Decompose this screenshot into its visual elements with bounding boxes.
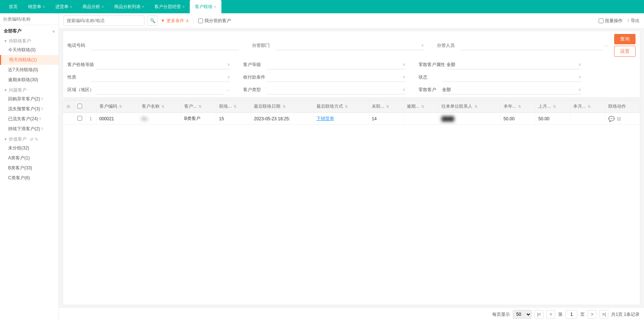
query-button[interactable]: 查询 (614, 34, 636, 44)
nav-close-product[interactable]: × (102, 5, 104, 9)
nav-close-purchase[interactable]: × (70, 5, 72, 9)
contact-method-link[interactable]: 下销货单 (316, 116, 334, 121)
sort-icon-lastmonth[interactable]: ⇅ (553, 104, 556, 108)
sort-icon-contact[interactable]: ⇅ (234, 104, 237, 108)
sidebar-item-class-a[interactable]: A类客户(1) (0, 153, 59, 163)
more-icon-region[interactable]: ··· (226, 87, 230, 93)
row-last-contact-date: 2023-05-23 18:25: (251, 113, 313, 125)
row-this-month (570, 113, 605, 125)
adv-filter-row-3: 性质 ∨ 收付款条件 ∨ (67, 72, 636, 82)
nav-sales-order[interactable]: 销货单 × (23, 0, 50, 13)
nav-customer-layered[interactable]: 客户分层经营 × (149, 0, 190, 13)
nav-close-customer-layered[interactable]: × (182, 5, 185, 9)
refresh-icon-value[interactable]: ↺ (29, 137, 33, 142)
sidebar-item-ungrouped[interactable]: 未分组(32) (0, 143, 59, 153)
filter-retail-customer: 零散客户 全部 ∨ (419, 85, 581, 94)
col-action: 联络动作 (605, 100, 640, 113)
next-page-btn[interactable]: > (588, 310, 596, 319)
chat-action-icon[interactable]: 💬 (608, 116, 615, 122)
sidebar-item-7days-contact[interactable]: 近7天待联络(0) (0, 65, 59, 75)
nav-home[interactable]: 首页 (4, 0, 23, 13)
nav-close-sales[interactable]: × (43, 5, 45, 9)
search-button[interactable]: 🔍 (147, 15, 158, 26)
sort-icon-year[interactable]: ⇅ (518, 104, 521, 108)
sidebar-item-declining[interactable]: 持续下滑客户(2) ? (0, 124, 59, 134)
sort-icon-unit[interactable]: ⇅ (475, 104, 477, 108)
sidebar-item-today-contact[interactable]: 今天待联络(0) (0, 45, 59, 55)
more-icon-manager[interactable]: ··· (604, 43, 608, 48)
status-select[interactable] (442, 75, 578, 80)
customer-level-select[interactable] (267, 62, 403, 67)
nature-select[interactable] (91, 75, 227, 80)
department-select[interactable] (276, 43, 421, 48)
retail-attr-select-wrap: 全部 ∨ (447, 60, 581, 69)
more-conditions-button[interactable]: ▼ 更多条件 ∧ (161, 18, 189, 24)
nav-purchase-order[interactable]: 进货单 × (50, 0, 77, 13)
nav-close-customer-contact[interactable]: × (214, 5, 216, 9)
my-customers-checkbox[interactable]: 我分管的客户 (198, 18, 231, 24)
col-customer-code: 客户编码 ⇅ (96, 100, 139, 113)
customer-type-select[interactable] (267, 87, 403, 92)
row-this-year: 50.00 (500, 113, 535, 125)
edit-icon-value[interactable]: ✎ (35, 137, 38, 142)
col-this-year: 本年... ⇅ (500, 100, 535, 113)
filter-status: 状态 ∨ (419, 72, 581, 82)
sidebar-collapse-icon[interactable]: « (52, 29, 55, 34)
table-row: 1 000021 Ea B类客户 15 (63, 113, 640, 125)
sidebar: 🔍 全部客户 « ▼ 待联络客户 今天待联络(0) 明天待联络(1) 近7天待联… (0, 13, 59, 321)
sort-icon-date[interactable]: ⇅ (283, 104, 286, 108)
filter-department: 分管部门 ∨ (252, 41, 423, 50)
row-contact-count: 15 (216, 113, 251, 125)
export-button[interactable]: ↑ 导出 (627, 18, 640, 24)
price-level-select[interactable] (95, 62, 227, 67)
my-customers-check[interactable] (198, 18, 203, 23)
manager-input[interactable] (461, 41, 603, 50)
batch-operations-button[interactable]: 批量操作 (599, 18, 623, 24)
sort-icon-code[interactable]: ⇅ (119, 104, 122, 108)
col-customer-name: 客户名称 ⇅ (139, 100, 181, 113)
sidebar-item-repurchase-abnormal[interactable]: 回购异常客户(2) ? (0, 94, 59, 104)
nav-product-analysis-list[interactable]: 商品分析列表 × (109, 0, 150, 13)
search-input[interactable] (63, 15, 144, 26)
nav-customer-contact[interactable]: 客户联络 × (190, 0, 221, 13)
grid-action-icon[interactable]: ⊞ (617, 116, 621, 122)
table-header-row: ⚙ 客户编码 ⇅ 客户名称 ⇅ 客户... ⇅ (63, 100, 640, 113)
sort-icon-name[interactable]: ⇅ (161, 104, 164, 108)
retail-attr-select[interactable]: 全部 (447, 62, 578, 67)
sidebar-item-tomorrow-contact[interactable]: 明天待联络(1) (0, 55, 59, 65)
sidebar-item-overdue-contact[interactable]: 逾期未联络(30) (0, 75, 59, 85)
sort-icon-type[interactable]: ⇅ (199, 104, 202, 108)
chevron-down-icon-level: ∨ (403, 62, 405, 66)
nav-product-analysis[interactable]: 商品分析 × (77, 0, 109, 13)
region-input[interactable] (95, 85, 224, 94)
phone-input[interactable] (91, 41, 239, 50)
sort-icon-thismonth[interactable]: ⇅ (588, 104, 591, 108)
col-overdue: 逾期... ⇅ (403, 100, 438, 113)
sidebar-item-churned[interactable]: 已流失客户(24) ? (0, 114, 59, 124)
chevron-down-icon-nature: ∨ (227, 75, 230, 79)
nav-close-product-list[interactable]: × (142, 5, 144, 9)
payment-select[interactable] (267, 75, 403, 80)
per-page-select[interactable]: 50 10 20 100 (513, 310, 532, 319)
page-number-input[interactable] (566, 310, 577, 319)
sidebar-search-input[interactable] (3, 17, 58, 22)
customer-name-text: Ea (142, 116, 147, 121)
sort-icon-uncontacted[interactable]: ⇅ (386, 104, 389, 108)
retail-customer-select-wrap: 全部 ∨ (442, 85, 581, 94)
sidebar-all-customers[interactable]: 全部客户 « (0, 25, 59, 36)
sidebar-item-class-b[interactable]: B类客户(33) (0, 163, 59, 173)
sort-icon-method[interactable]: ⇅ (345, 104, 348, 108)
batch-check[interactable] (599, 18, 603, 23)
first-page-btn[interactable]: |< (535, 310, 543, 319)
filter-phone: 电话号码 (67, 41, 239, 50)
row-checkbox[interactable] (77, 116, 82, 121)
retail-customer-select[interactable]: 全部 (442, 87, 578, 92)
last-page-btn[interactable]: >| (599, 310, 608, 319)
set-button[interactable]: 设置 (614, 46, 636, 57)
sidebar-item-churn-warning[interactable]: 流失预警客户(3) ? (0, 104, 59, 114)
prev-page-btn[interactable]: < (546, 310, 555, 319)
sidebar-item-class-c[interactable]: C类客户(6) (0, 173, 59, 183)
col-settings[interactable]: ⚙ (63, 100, 74, 113)
select-all-checkbox[interactable] (77, 104, 82, 108)
sort-icon-overdue[interactable]: ⇅ (421, 104, 424, 108)
